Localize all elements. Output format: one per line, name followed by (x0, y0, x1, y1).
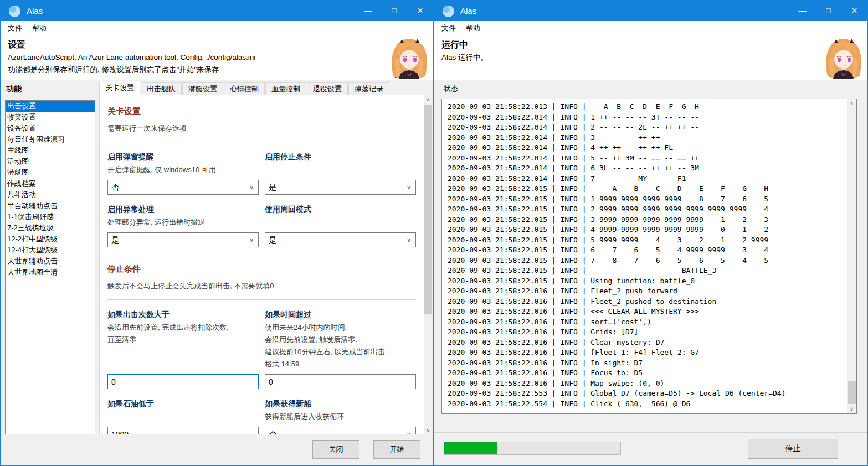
tab-item[interactable]: 出击舰队 (141, 82, 182, 95)
field-description: 开启弹窗提醒, 仅 windows10 可用 (107, 164, 259, 176)
sidebar-item[interactable]: 7-2三战拣垃圾 (6, 222, 95, 234)
page-title: 运行中 (441, 38, 867, 51)
close-window-button[interactable]: × (407, 0, 433, 21)
log-line: 2020-09-03 21:58:22.016 | INFO | Clear m… (448, 338, 847, 348)
log-line: 2020-09-03 21:58:22.015 | INFO | 2 9999 … (448, 204, 847, 215)
tab-item[interactable]: 心情控制 (224, 82, 265, 95)
sidebar-item[interactable]: 主线图 (6, 145, 95, 156)
log-line: 2020-09-03 21:58:22.015 | INFO | 1 9999 … (448, 194, 847, 205)
select-box[interactable]: 是∨ (265, 232, 416, 247)
select-box[interactable]: 是∨ (107, 232, 259, 247)
form-area: 关卡设置需要运行一次来保存选项启用弹窗提醒开启弹窗提醒, 仅 windows10… (100, 95, 424, 435)
form-field: 启用异常处理处理部分异常, 运行出错时撤退是∨ (107, 195, 259, 247)
runner-window: Alas — □ × 文件 帮助 运行中 Alas 运行中。 (434, 0, 868, 466)
select-value: 否 (111, 183, 119, 193)
form-row: 如果石油低于如果获得新船获得新船后进入收获循环否∨ (107, 389, 416, 435)
field-label: 如果石油低于 (107, 398, 259, 409)
tab-bar: 关卡设置出击舰队潜艇设置心情控制血量控制退役设置掉落记录 (99, 81, 390, 95)
close-window-button[interactable]: × (841, 0, 867, 21)
tab-item[interactable]: 掉落记录 (348, 82, 389, 95)
tab-item[interactable]: 血量控制 (265, 82, 306, 95)
tab-item[interactable]: 潜艇设置 (182, 82, 223, 95)
sidebar-list: 出击设置收菜设置设备设置每日任务困难演习主线图活动图潜艇图作战档案共斗活动半自动… (5, 100, 95, 436)
desktop: Alas — □ × 文件 帮助 设置 AzurLaneAutoScript, … (0, 0, 868, 466)
log-line: 2020-09-03 21:58:22.016 | INFO | Fleet_2… (448, 297, 847, 307)
chevron-down-icon: ∨ (407, 236, 411, 244)
select-box[interactable]: 是∨ (265, 180, 416, 195)
text-input[interactable] (265, 374, 416, 389)
sidebar-item[interactable]: 出击设置 (6, 101, 95, 112)
log-line: 2020-09-03 21:58:22.015 | INFO | -------… (448, 266, 847, 276)
maximize-button[interactable]: □ (815, 0, 841, 21)
section-subtitle: 需要运行一次来保存选项 (107, 123, 416, 133)
scroll-up-icon[interactable]: ∧ (847, 99, 856, 108)
menu-help[interactable]: 帮助 (27, 23, 52, 33)
content-scrollbar[interactable]: ∧ ∨ (424, 95, 433, 435)
start-button[interactable]: 开始 (373, 440, 420, 459)
settings-main: 功能 出击设置收菜设置设备设置每日任务困难演习主线图活动图潜艇图作战档案共斗活动… (1, 80, 433, 465)
sidebar-item[interactable]: 潜艇图 (6, 167, 95, 178)
log-line: 2020-09-03 21:58:22.016 | INFO | Grids: … (448, 327, 847, 338)
scroll-down-icon[interactable]: ∨ (847, 405, 856, 413)
titlebar[interactable]: Alas — □ × (434, 0, 867, 21)
close-button[interactable]: 关闭 (312, 440, 359, 459)
field-description: 获得新船后进入收获循环 (265, 411, 416, 423)
form-field: 如果石油低于 (107, 389, 259, 435)
log-line: 2020-09-03 21:58:22.016 | INFO | [Fleet_… (448, 348, 847, 358)
log-line: 2020-09-03 21:58:22.015 | INFO | 6 7 6 5… (448, 245, 847, 256)
log-line: 2020-09-03 21:58:22.016 | INFO | In sigh… (448, 358, 847, 369)
log-line: 2020-09-03 21:58:22.016 | INFO | Focus t… (448, 368, 847, 379)
form-field: 使用周回模式是∨ (265, 195, 416, 247)
scrollbar-thumb[interactable] (848, 381, 856, 404)
field-description: 会沿用先前设置, 完成出击将扣除次数, 直至清零 (107, 322, 259, 346)
menu-file[interactable]: 文件 (3, 23, 27, 33)
settings-window: Alas — □ × 文件 帮助 设置 AzurLaneAutoScript, … (0, 0, 434, 466)
sidebar-item[interactable]: 大世界辅助点击 (6, 256, 95, 267)
log-line: 2020-09-03 21:58:22.015 | INFO | 7 8 7 6… (448, 256, 847, 266)
minimize-button[interactable]: — (355, 0, 381, 21)
sidebar-item[interactable]: 大世界地图全清 (6, 267, 95, 278)
window-title: Alas (460, 6, 476, 15)
titlebar[interactable]: Alas — □ × (1, 0, 433, 21)
log-line: 2020-09-03 21:58:22.014 | INFO | 7 -- --… (448, 174, 847, 184)
progress-bar (444, 442, 621, 455)
log-output: 2020-09-03 21:58:22.013 | INFO | A B C D… (442, 99, 847, 413)
menu-help[interactable]: 帮助 (461, 23, 485, 33)
status-label: 状态 (444, 84, 458, 94)
spacer (107, 346, 259, 370)
form-field: 如果出击次数大于会沿用先前设置, 完成出击将扣除次数, 直至清零 (107, 300, 259, 389)
scrollbar-thumb[interactable] (424, 105, 432, 314)
sidebar-item[interactable]: 设备设置 (6, 123, 95, 134)
text-input[interactable] (107, 374, 259, 389)
sidebar-item[interactable]: 12-4打大型练级 (6, 245, 95, 256)
runner-main: 状态 2020-09-03 21:58:22.013 | INFO | A B … (434, 80, 867, 465)
menubar: 文件 帮助 (1, 21, 433, 35)
sidebar-item[interactable]: 活动图 (6, 156, 95, 167)
tab-active[interactable]: 关卡设置 (99, 81, 140, 95)
log-scrollbar[interactable]: ∧ ∨ (847, 99, 856, 413)
sidebar-item[interactable]: 共斗活动 (6, 189, 95, 200)
page-title: 设置 (8, 38, 433, 51)
minimize-button[interactable]: — (789, 0, 815, 21)
maximize-button[interactable]: □ (381, 0, 407, 21)
sidebar-item[interactable]: 12-2打中型练级 (6, 234, 95, 245)
sidebar-item[interactable]: 收菜设置 (6, 112, 95, 123)
select-box[interactable]: 否∨ (107, 180, 259, 195)
sidebar-item[interactable]: 1-1伏击刷好感 (6, 211, 95, 222)
spacer (265, 215, 416, 229)
sidebar-item[interactable]: 半自动辅助点击 (6, 200, 95, 211)
log-line: 2020-09-03 21:58:22.015 | INFO | A B C D… (448, 184, 847, 194)
select-value: 是 (269, 235, 276, 245)
form-row: 启用弹窗提醒开启弹窗提醒, 仅 windows10 可用否∨启用停止条件是∨ (107, 142, 416, 195)
menubar: 文件 帮助 (434, 21, 867, 35)
sidebar-item[interactable]: 每日任务困难演习 (6, 134, 95, 145)
log-line: 2020-09-03 21:58:22.554 | INFO | Click (… (448, 399, 847, 410)
log-line: 2020-09-03 21:58:22.013 | INFO | A B C D… (448, 102, 847, 112)
sidebar-item[interactable]: 作战档案 (6, 178, 95, 189)
select-value: 是 (269, 183, 276, 193)
scroll-up-icon[interactable]: ∧ (424, 95, 433, 104)
save-hint: 功能都是分别保存和运行的, 修改设置后别忘了点击"开始"来保存 (8, 64, 433, 76)
tab-item[interactable]: 退役设置 (307, 82, 348, 95)
stop-button[interactable]: 停止 (748, 439, 838, 459)
menu-file[interactable]: 文件 (436, 23, 461, 33)
